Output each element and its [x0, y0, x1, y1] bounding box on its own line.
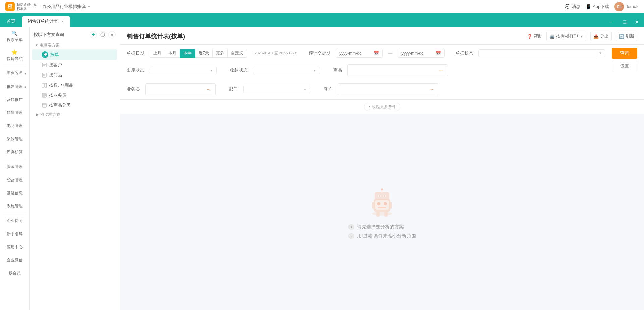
left-panel-header: 按以下方案查询 + ○ «: [30, 27, 120, 41]
sidebar-item-newbie[interactable]: 新手引导: [0, 227, 29, 240]
logo-icon: 橙: [5, 2, 15, 11]
salesperson-more-btn[interactable]: ···: [205, 85, 212, 93]
collapse-btn[interactable]: ∧ 收起更多条件: [364, 103, 400, 111]
date-btn-this-month[interactable]: 本月: [165, 49, 180, 58]
avatar: Ea: [614, 2, 624, 11]
sidebar-item-system[interactable]: 系统管理: [0, 199, 29, 212]
date-btn-more[interactable]: 更多: [212, 49, 228, 58]
tab-close-icon[interactable]: ×: [60, 19, 65, 24]
app-selector[interactable]: 办公用品行业模拟账套 ▼: [40, 2, 93, 11]
print-label: 按模板打印: [556, 33, 578, 39]
window-minimize-btn[interactable]: ─: [608, 17, 617, 27]
goods-more-btn[interactable]: ···: [438, 66, 444, 74]
sidebar-item-basic[interactable]: 基础信息: [0, 186, 29, 199]
goods-input[interactable]: [351, 68, 438, 73]
filter-row-2: 出库状态 ▼ 收款状态 ▼ 商品: [127, 64, 605, 76]
app-download-btn[interactable]: 📱 App下载: [586, 4, 609, 10]
sidebar-item-finance[interactable]: 资金管理: [0, 160, 29, 173]
tree-item-by-cust-prod[interactable]: 按客户+商品: [32, 80, 117, 90]
goods-label: 商品: [333, 67, 342, 73]
export-btn[interactable]: 📤 导出: [590, 32, 612, 41]
svg-rect-22: [378, 207, 386, 208]
empty-tip-2: 2 用[过滤]条件来缩小分析范围: [348, 233, 416, 239]
status-select[interactable]: ▼: [478, 49, 605, 57]
sidebar-item-purchase[interactable]: 采购管理: [0, 132, 29, 145]
svg-rect-26: [384, 212, 388, 217]
pc-section-label: ▼ 电脑端方案: [32, 41, 117, 49]
customer-input[interactable]: [341, 87, 428, 92]
customer-more-btn[interactable]: ···: [428, 85, 435, 93]
mobile-section-label[interactable]: ▶ 移动端方案: [32, 110, 117, 119]
sidebar-item-wholesale[interactable]: 批发管理 ▲: [0, 80, 29, 93]
sidebar-item-search-menu[interactable]: 🔍 搜索菜单: [0, 27, 29, 46]
chevron-right-mobile-icon: ▶: [36, 113, 39, 116]
sidebar-item-marketing[interactable]: 营销推广: [0, 93, 29, 106]
refresh-btn[interactable]: 🔄 刷新: [616, 32, 637, 41]
logo-text: 畅捷通好生意 标准版: [17, 2, 37, 11]
sidebar-item-operations[interactable]: 经营管理: [0, 173, 29, 186]
by-category-label: 按商品分类: [49, 102, 71, 108]
salesperson-input[interactable]: [149, 87, 205, 92]
sidebar-item-wechat[interactable]: 企业微信: [0, 253, 29, 266]
tree-item-by-order[interactable]: 按 按单: [32, 49, 117, 60]
user-area[interactable]: Ea demo2: [614, 2, 639, 11]
by-order-badge: 按: [42, 51, 48, 58]
customer-label: 客户: [324, 86, 332, 92]
outbound-label: 出库状态: [127, 67, 144, 73]
sidebar-item-sales[interactable]: 销售管理: [0, 106, 29, 119]
sidebar-label-appcenter: 应用中心: [1, 244, 28, 250]
collapse-bar[interactable]: ∧ 收起更多条件: [120, 100, 644, 114]
tab-home-label: 首页: [7, 18, 15, 24]
date-from-input[interactable]: [339, 51, 372, 56]
tab-sales-stats[interactable]: 销售订单统计表 ×: [22, 16, 70, 27]
department-select[interactable]: ▼: [243, 86, 310, 93]
svg-rect-9: [45, 83, 47, 87]
help-label: 帮助: [534, 33, 542, 39]
sidebar-item-enterprise[interactable]: 企业协同: [0, 214, 29, 227]
tree-item-by-salesperson[interactable]: 按业务员: [32, 90, 117, 100]
main-content: 销售订单统计表(按单) ❓ 帮助 🖨️ 按模板打印 ▼ 📤 导出: [120, 27, 644, 310]
svg-rect-7: [44, 74, 45, 76]
main-layout: 🔍 搜索菜单 ⭐ 快捷导航 零售管理 ▼ 批发管理 ▲ 营销推广 销售管理 电商…: [0, 27, 644, 310]
goods-input-wrap: ···: [347, 64, 448, 76]
sidebar-label-inventory: 库存核算: [1, 149, 28, 155]
date-btn-7days[interactable]: 近7天: [195, 49, 213, 58]
sidebar-label-purchase: 采购管理: [1, 136, 28, 142]
print-btn[interactable]: 🖨️ 按模板打印 ▼: [546, 32, 586, 41]
top-bar: 橙 畅捷通好生意 标准版 办公用品行业模拟账套 ▼ 💬 消息 📱 App下载 E…: [0, 0, 644, 13]
date-btn-custom[interactable]: 自定义: [227, 49, 247, 58]
calendar-icon-1: 📅: [374, 51, 379, 56]
outbound-select[interactable]: ▼: [150, 67, 217, 74]
page-actions: ❓ 帮助 🖨️ 按模板打印 ▼ 📤 导出 🔄 刷新: [527, 32, 637, 41]
window-maximize-btn[interactable]: □: [620, 17, 629, 27]
sidebar-item-vip[interactable]: 畅会员: [0, 266, 29, 279]
tree-item-by-customer[interactable]: 按客户: [32, 60, 117, 70]
panel-add-btn[interactable]: +: [90, 31, 97, 38]
sidebar-item-appcenter[interactable]: 应用中心: [0, 240, 29, 253]
panel-collapse-btn[interactable]: «: [108, 31, 116, 38]
date-btn-last-month[interactable]: 上月: [150, 49, 165, 58]
sidebar-item-retail[interactable]: 零售管理 ▼: [0, 67, 29, 80]
receipt-select[interactable]: ▼: [253, 67, 320, 74]
message-btn[interactable]: 💬 消息: [565, 4, 580, 10]
empty-tip-1: 1 请先选择要分析的方案: [348, 224, 416, 230]
panel-edit-btn[interactable]: ○: [99, 31, 106, 38]
tree-item-by-category[interactable]: 按商品分类: [32, 100, 117, 110]
sidebar-item-inventory[interactable]: 库存核算: [0, 145, 29, 158]
pc-section-text: 电脑端方案: [40, 42, 60, 48]
date-btn-this-year[interactable]: 本年: [180, 49, 195, 58]
settings-button[interactable]: 设置: [612, 61, 637, 71]
tab-home[interactable]: 首页: [1, 16, 21, 27]
export-icon: 📤: [593, 34, 599, 39]
sidebar-label-wechat: 企业微信: [1, 257, 28, 263]
status-dropdown-arrow[interactable]: ▼: [596, 50, 605, 57]
tree-item-by-product[interactable]: 按商品: [32, 70, 117, 80]
search-button[interactable]: 查询: [612, 48, 637, 59]
sidebar-item-ecommerce[interactable]: 电商管理: [0, 119, 29, 132]
sidebar-item-quick-nav[interactable]: ⭐ 快捷导航: [0, 46, 29, 65]
svg-point-20: [377, 202, 380, 205]
help-btn[interactable]: ❓ 帮助: [527, 33, 542, 39]
date-to-input[interactable]: [401, 51, 434, 56]
window-close-btn[interactable]: ✕: [632, 17, 641, 27]
export-label: 导出: [600, 33, 609, 39]
